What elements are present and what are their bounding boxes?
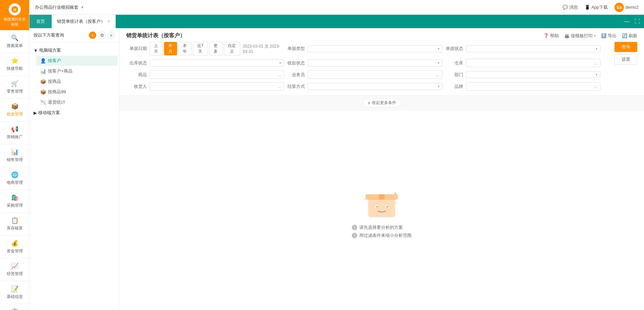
date-btn-custom[interactable]: 自定义	[224, 42, 240, 55]
recipient-label: 收货人	[126, 84, 150, 90]
sidebar-item-search[interactable]: 🔍 搜索菜单	[0, 30, 29, 53]
tree-child-by-customer[interactable]: 👤 按客户	[36, 56, 118, 66]
goods-dots[interactable]: ...	[277, 72, 281, 77]
tree-child-label: 按商品	[48, 79, 61, 85]
doc-status-control[interactable]: ▾	[466, 45, 600, 52]
sidebar-item-inventory[interactable]: 📋 库存核算	[0, 213, 29, 236]
warehouse-control[interactable]: ...	[466, 59, 600, 67]
sidebar-item-system[interactable]: ⚙️ 系统管理	[0, 304, 29, 310]
settlement-label: 结算方式	[284, 84, 308, 90]
help-action[interactable]: ❓ 帮助	[543, 33, 559, 39]
sidebar-item-basic[interactable]: 📝 基础信息	[0, 281, 29, 304]
print-action[interactable]: 🖨️ 按模板打印 ▾	[564, 33, 596, 39]
left-panel: 按以下方案查询 + ⚙ « ▼ 电脑端方案 👤 按客户	[30, 28, 119, 310]
svg-text:好: 好	[13, 8, 16, 11]
date-btn-prev-month[interactable]: 上月	[150, 42, 163, 55]
sidebar-item-label: 采购管理	[7, 203, 23, 208]
user-name: demo2	[625, 5, 639, 10]
tree-child-by-goods99[interactable]: 📦 按商品99	[36, 87, 118, 97]
sidebar-item-retail[interactable]: 🛒 零售管理	[0, 76, 29, 99]
tree-child-by-goods[interactable]: 📦 按商品	[36, 76, 118, 87]
config-scheme-button[interactable]: ⚙	[98, 32, 106, 39]
brand-control[interactable]: ...	[466, 82, 600, 91]
app-subtitle: 标版	[11, 22, 18, 27]
sidebar-item-label: 销售管理	[7, 157, 23, 163]
filter-row-2: 出库状态 ▾ 收款状态 ▾	[126, 59, 637, 67]
department-arrow-icon: ▾	[596, 73, 597, 76]
sidebar-item-wholesale[interactable]: 📦 批发管理	[0, 99, 29, 121]
sidebar-item-purchase[interactable]: 🛍️ 采购管理	[0, 190, 29, 213]
date-btn-7days[interactable]: 近7天	[193, 42, 208, 55]
sidebar-item-marketing[interactable]: 📢 营销推广	[0, 121, 29, 144]
salesperson-col: 业务员 ...	[284, 70, 442, 79]
out-status-arrow-icon: ▾	[279, 61, 281, 65]
tree-mobile-parent[interactable]: ▶ 移动端方案	[30, 108, 119, 118]
tree-child-return-stats[interactable]: 📉 退货统计	[36, 97, 118, 107]
empty-text-lines: 1 请先选择要分析的方案 2 用过滤条件来缩小分析范围	[352, 224, 412, 241]
tab-current[interactable]: 销货单统计表（按客户） ×	[52, 15, 116, 28]
salesperson-control[interactable]: ...	[308, 70, 442, 79]
recipient-dots[interactable]: ...	[277, 84, 281, 89]
sidebar-item-sales[interactable]: 📊 销售管理	[0, 144, 29, 167]
tab-minimize-button[interactable]: —	[623, 17, 631, 26]
sidebar-item-finance[interactable]: 💰 资金管理	[0, 236, 29, 258]
recipient-control[interactable]: ...	[150, 82, 284, 91]
empty-svg: ✦ ✦ ✦	[358, 180, 405, 220]
sidebar-item-label: 资金管理	[7, 248, 23, 254]
collapse-button[interactable]: ∧ 收起更多条件	[363, 98, 400, 107]
doc-type-arrow-icon: ▾	[438, 47, 439, 51]
doc-type-control[interactable]: ▾	[308, 45, 442, 52]
app-logo[interactable]: 好 畅捷通好生意 标版	[0, 0, 29, 30]
app-name: 畅捷通好生意	[4, 17, 26, 22]
tab-close-icon[interactable]: ×	[108, 19, 110, 24]
warehouse-dots[interactable]: ...	[594, 60, 597, 65]
salesperson-dots[interactable]: ...	[436, 72, 439, 77]
finance-icon: 💰	[11, 240, 18, 247]
sidebar-item-label: 营销推广	[7, 134, 23, 140]
message-action[interactable]: 💬 消息	[562, 4, 578, 10]
svg-point-7	[376, 206, 378, 207]
industry-dropdown[interactable]: ▾	[81, 5, 84, 10]
refresh-icon: 🔄	[622, 33, 627, 38]
chart-icon: 📊	[40, 68, 46, 74]
query-button[interactable]: 查询	[614, 42, 637, 52]
export-action[interactable]: ⬆️ 导出	[601, 33, 616, 39]
date-btn-more[interactable]: 更多	[209, 42, 222, 55]
tab-home[interactable]: 首页	[30, 15, 52, 28]
sidebar-item-operations[interactable]: 📈 经营管理	[0, 258, 29, 281]
date-btn-this-month[interactable]: 本月	[164, 42, 177, 55]
goods99-icon: 📦	[40, 89, 46, 95]
settings-button[interactable]: 设置	[614, 54, 637, 65]
out-status-control[interactable]: ▾	[150, 59, 284, 66]
main-area: 办公用品行业模拟账套 ▾ 💬 消息 📱 App下载 Ea demo2 首页	[30, 0, 644, 310]
settlement-control[interactable]: ▾	[308, 83, 442, 90]
receipt-status-label: 收款状态	[284, 60, 308, 66]
doc-status-arrow-icon: ▾	[596, 47, 597, 51]
tree-desktop-parent[interactable]: ▼ 电脑端方案	[30, 45, 119, 55]
tab-bar-actions: — ⛶	[623, 17, 644, 26]
goods-control[interactable]: ...	[150, 70, 284, 79]
app-download-action[interactable]: 📱 App下载	[585, 4, 608, 10]
sidebar-item-quicknav[interactable]: ⭐ 快捷导航	[0, 53, 29, 76]
user-menu[interactable]: Ea demo2	[614, 3, 639, 12]
department-control[interactable]: ▾	[466, 71, 600, 78]
tab-maximize-button[interactable]: ⛶	[633, 17, 641, 26]
export-label: 导出	[608, 33, 616, 39]
tip1-num: 1	[352, 225, 357, 230]
tree-child-by-customer-goods[interactable]: 📊 按客户+商品	[36, 66, 118, 76]
add-scheme-button[interactable]: +	[89, 32, 96, 39]
wholesale-icon: 📦	[11, 103, 18, 110]
system-icon: ⚙️	[11, 308, 18, 310]
content-area: 按以下方案查询 + ⚙ « ▼ 电脑端方案 👤 按客户	[30, 28, 644, 310]
collapse-panel-button[interactable]: «	[108, 32, 115, 39]
triangle-right-icon: ▶	[34, 110, 37, 115]
refresh-action[interactable]: 🔄 刷新	[622, 33, 637, 39]
sales-icon: 📊	[11, 148, 18, 156]
brand-dots[interactable]: ...	[594, 84, 597, 89]
sidebar-item-ecommerce[interactable]: 🌐 电商管理	[0, 167, 29, 190]
tree-child-label: 按商品99	[48, 89, 66, 95]
receipt-status-control[interactable]: ▾	[308, 59, 442, 66]
date-btn-this-year[interactable]: 本年	[178, 42, 192, 55]
brand-col: 品牌 ...	[442, 82, 637, 91]
doc-type-label: 单据类型	[284, 46, 308, 52]
